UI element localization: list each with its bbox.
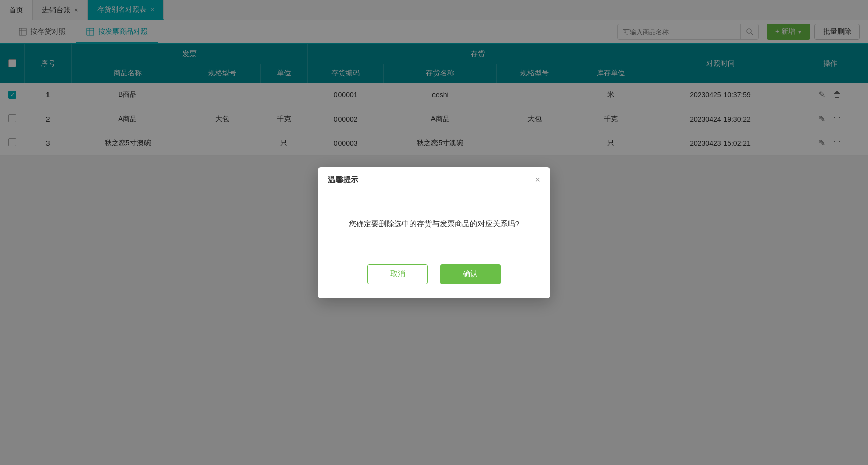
cancel-label: 取消 <box>390 269 405 278</box>
dialog-title: 温馨提示 <box>328 175 358 185</box>
dialog-message: 您确定要删除选中的存货与发票商品的对应关系吗? <box>349 218 519 230</box>
confirm-label: 确认 <box>463 269 478 278</box>
dialog-footer: 取消 确认 <box>318 254 550 298</box>
modal-overlay: 温馨提示 × 您确定要删除选中的存货与发票商品的对应关系吗? 取消 确认 <box>0 0 868 465</box>
dialog-body: 您确定要删除选中的存货与发票商品的对应关系吗? <box>318 193 550 254</box>
cancel-button[interactable]: 取消 <box>367 264 428 284</box>
confirm-dialog: 温馨提示 × 您确定要删除选中的存货与发票商品的对应关系吗? 取消 确认 <box>318 167 550 298</box>
confirm-button[interactable]: 确认 <box>440 264 501 284</box>
dialog-header: 温馨提示 × <box>318 167 550 193</box>
dialog-close-button[interactable]: × <box>535 175 540 184</box>
